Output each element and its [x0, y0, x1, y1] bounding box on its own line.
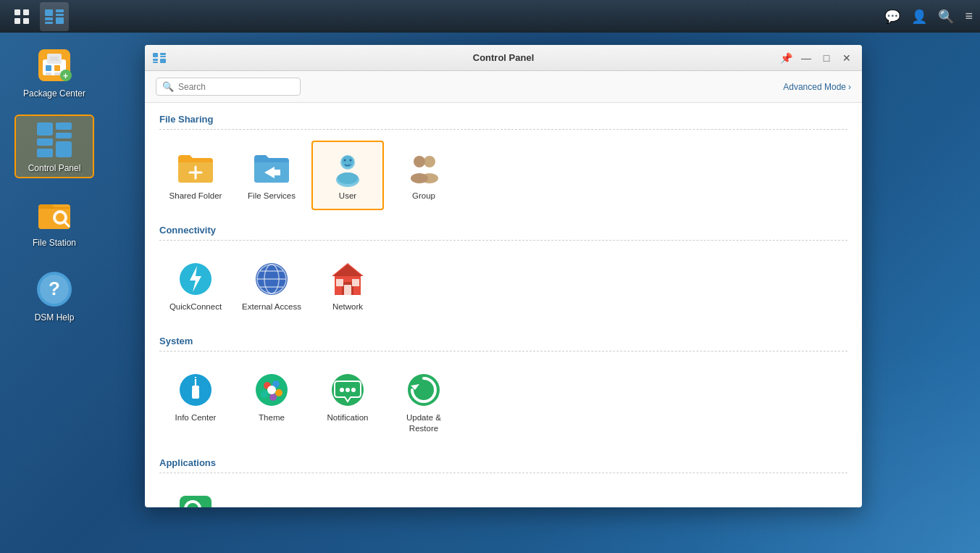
svg-rect-33 [153, 53, 158, 57]
search-icon: 🔍 [162, 81, 174, 92]
search-input[interactable] [178, 82, 294, 92]
indexing-service-icon [177, 493, 214, 507]
quickconnect-label: QuickConnect [169, 302, 222, 312]
user-icon [329, 149, 367, 187]
external-access-label: External Access [242, 302, 301, 312]
item-theme[interactable]: Theme [235, 362, 308, 443]
item-network[interactable]: Network [311, 251, 384, 321]
svg-rect-15 [54, 65, 60, 71]
svg-rect-24 [56, 133, 72, 138]
dsm-help-icon: ? [34, 269, 75, 309]
user-icon[interactable]: 👤 [911, 9, 927, 25]
group-icon [405, 149, 443, 187]
svg-point-74 [267, 386, 276, 394]
desktop-icon-package-center[interactable]: + Package Center [14, 40, 94, 104]
section-title-applications: Applications [159, 457, 847, 473]
svg-rect-66 [192, 388, 199, 399]
search-icon[interactable]: 🔍 [938, 9, 954, 25]
item-notification[interactable]: Notification [311, 362, 384, 443]
svg-rect-61 [336, 279, 343, 286]
svg-rect-2 [14, 18, 20, 24]
svg-point-44 [338, 172, 358, 184]
chat-icon[interactable]: 💬 [884, 9, 900, 25]
section-title-system: System [159, 336, 847, 352]
package-center-icon: + [34, 45, 75, 86]
svg-rect-4 [45, 9, 53, 16]
svg-rect-8 [45, 22, 53, 24]
svg-rect-9 [56, 17, 64, 24]
window-title: Control Panel [473, 52, 535, 63]
file-services-icon [253, 149, 290, 187]
menu-icon[interactable]: ≡ [965, 9, 973, 24]
desktop-icon-control-panel[interactable]: Control Panel [14, 115, 94, 178]
svg-rect-37 [153, 62, 158, 63]
svg-point-76 [340, 388, 344, 392]
svg-rect-7 [45, 17, 53, 20]
svg-rect-38 [160, 59, 166, 63]
search-box[interactable]: 🔍 [156, 78, 301, 96]
svg-point-47 [424, 156, 435, 167]
svg-point-46 [350, 159, 352, 162]
svg-rect-35 [160, 56, 166, 57]
desktop-icon-dsm-help[interactable]: ? DSM Help [14, 264, 94, 328]
section-title-file-sharing: File Sharing [159, 114, 847, 130]
pin-button[interactable]: 📌 [778, 50, 794, 66]
svg-rect-67 [192, 386, 199, 389]
external-access-icon [253, 260, 290, 298]
control-panel-window: Control Panel 📌 — □ ✕ 🔍 Advanced Mode › … [145, 45, 862, 507]
notification-label: Notification [327, 412, 369, 423]
svg-rect-60 [344, 285, 351, 295]
file-sharing-grid: Shared Folder File Services [159, 141, 847, 210]
svg-marker-63 [333, 265, 362, 276]
quickconnect-icon [177, 260, 214, 298]
svg-point-73 [261, 391, 268, 398]
control-panel-icon [34, 120, 75, 160]
chevron-right-icon: › [848, 82, 851, 92]
connectivity-grid: QuickConnect [159, 251, 847, 321]
svg-point-50 [411, 173, 428, 183]
item-indexing-service[interactable]: Indexing Service [159, 484, 232, 507]
user-label: User [339, 191, 356, 201]
svg-point-72 [269, 394, 277, 401]
item-shared-folder[interactable]: Shared Folder [159, 141, 232, 210]
close-button[interactable]: ✕ [839, 50, 855, 66]
svg-text:?: ? [49, 278, 60, 299]
item-user[interactable]: User [311, 141, 384, 210]
item-update-restore[interactable]: Update &Restore [388, 362, 460, 443]
theme-icon [253, 371, 290, 409]
svg-rect-1 [23, 9, 29, 15]
item-info-center[interactable]: i Info Center [159, 362, 232, 443]
svg-rect-25 [56, 141, 72, 157]
maximize-button[interactable]: □ [818, 50, 834, 66]
desktop-icon-file-station[interactable]: File Station [14, 189, 94, 253]
svg-point-78 [351, 388, 356, 392]
file-services-label: File Services [248, 191, 296, 201]
minimize-button[interactable]: — [798, 50, 814, 66]
svg-rect-62 [352, 279, 359, 286]
svg-rect-20 [37, 122, 53, 136]
item-quickconnect[interactable]: QuickConnect [159, 251, 232, 321]
advanced-mode-link[interactable]: Advanced Mode › [783, 82, 851, 92]
svg-text:+: + [63, 71, 68, 81]
item-file-services[interactable]: File Services [235, 141, 308, 210]
svg-rect-3 [23, 18, 29, 24]
taskbar-left [7, 2, 69, 31]
window-titlebar: Control Panel 📌 — □ ✕ [145, 45, 862, 71]
svg-point-49 [414, 156, 425, 167]
theme-label: Theme [259, 412, 285, 423]
shared-folder-label: Shared Folder [169, 191, 222, 201]
network-icon [329, 260, 367, 298]
item-group[interactable]: Group [388, 141, 460, 210]
taskbar-apps-grid[interactable] [7, 2, 36, 31]
group-label: Group [412, 191, 435, 201]
svg-rect-21 [37, 138, 53, 146]
item-external-access[interactable]: External Access [235, 251, 308, 321]
info-center-label: Info Center [175, 412, 217, 423]
svg-point-45 [344, 159, 346, 162]
taskbar-control-panel[interactable] [40, 2, 69, 31]
shared-folder-icon [177, 149, 214, 187]
control-panel-label: Control Panel [28, 163, 81, 173]
svg-rect-13 [50, 57, 59, 61]
section-applications: Applications Indexing Service [159, 457, 847, 507]
svg-rect-22 [37, 149, 53, 157]
